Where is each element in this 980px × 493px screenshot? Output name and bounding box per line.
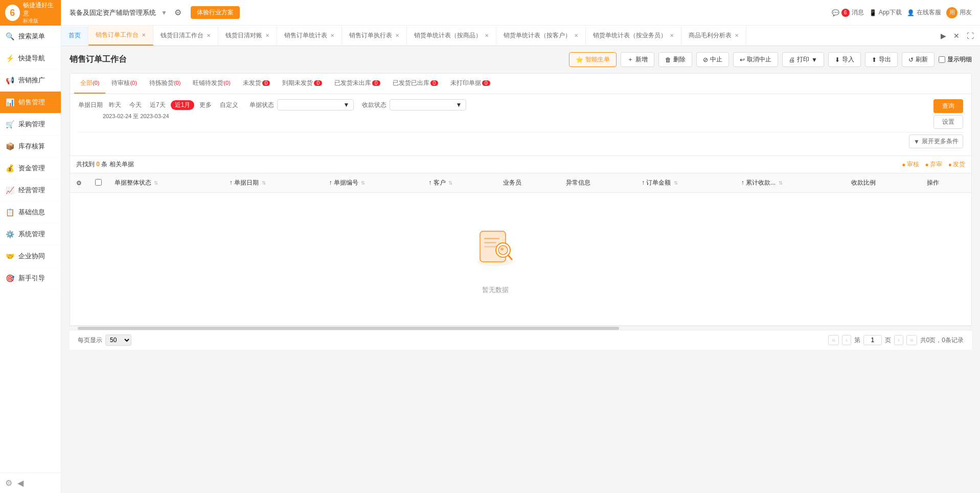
settings-bottom-icon[interactable]: ⚙	[5, 478, 12, 488]
message-action[interactable]: 💬 6 消息	[832, 8, 864, 17]
tab-sales-stats-by-customer[interactable]: 销货单统计表（按客户） ✕	[496, 26, 586, 45]
sidebar-item-guide[interactable]: 🎯 新手引导	[0, 267, 61, 289]
tab-close-sales-stats-by-product[interactable]: ✕	[485, 33, 489, 38]
filter-opt-yesterday[interactable]: 昨天	[106, 100, 124, 110]
operations-icon: 📈	[5, 186, 14, 195]
show-detail-toggle[interactable]: 显示明细	[939, 55, 972, 64]
sort-up-icon-5[interactable]: ↑	[741, 179, 744, 186]
sort-number-icon[interactable]: ⇅	[361, 180, 365, 186]
show-detail-checkbox[interactable]	[939, 56, 945, 63]
sidebar-item-marketing[interactable]: 📢 营销推广	[0, 70, 61, 92]
sub-tab-wangpu-pending-ship[interactable]: 旺铺待发货(0)	[187, 74, 236, 94]
sidebar-item-system[interactable]: ⚙️ 系统管理	[0, 223, 61, 245]
filter-opt-7days[interactable]: 近7天	[147, 100, 169, 110]
last-page-btn[interactable]: »	[906, 335, 917, 345]
sort-customer-icon[interactable]: ⇅	[448, 180, 452, 186]
tab-scroll-right-icon[interactable]: ▶	[939, 31, 948, 41]
sort-up-icon-2[interactable]: ↑	[329, 179, 332, 186]
tab-sales-order-workbench[interactable]: 销售订单工作台 ✕	[88, 26, 153, 46]
sidebar-item-quick-nav[interactable]: ⚡ 快捷导航	[0, 48, 61, 70]
sidebar-item-operations[interactable]: 📈 经营管理	[0, 180, 61, 201]
sub-tab-not-printed[interactable]: 未打印单据0	[444, 74, 496, 94]
set-btn[interactable]: 设置	[933, 115, 963, 129]
sort-up-icon-3[interactable]: ↑	[428, 179, 431, 186]
add-btn[interactable]: ＋ 新增	[621, 52, 654, 67]
sort-collected-icon[interactable]: ⇅	[779, 180, 783, 186]
tab-close-sales-stats-by-staff[interactable]: ✕	[670, 33, 674, 38]
user-action[interactable]: 用 用友	[946, 7, 972, 18]
tab-close-product-margin[interactable]: ✕	[735, 33, 739, 38]
tab-sales-stats-by-product[interactable]: 销货单统计表（按商品） ✕	[407, 26, 496, 45]
filter-opt-more[interactable]: 更多	[196, 100, 215, 110]
tab-cash-goods-reconcile[interactable]: 钱货日清对账 ✕	[218, 26, 277, 45]
import-btn[interactable]: ⬇ 导入	[828, 52, 861, 67]
app-download-action[interactable]: 📱 App下载	[869, 8, 902, 17]
tabbar: 首页 销售订单工作台 ✕ 钱货日清工作台 ✕ 钱货日清对账 ✕ 销售订单统计表 …	[61, 26, 980, 46]
tab-close-cash-daily-workbench[interactable]: ✕	[207, 33, 211, 38]
col-config[interactable]: ⚙	[70, 173, 88, 193]
tab-close-sales-stats-by-customer[interactable]: ✕	[574, 33, 578, 38]
tab-close-sales-order-exec[interactable]: ✕	[395, 33, 399, 38]
refresh-btn[interactable]: ↺ 刷新	[902, 52, 935, 67]
tab-close-sales-order-stats[interactable]: ✕	[330, 33, 334, 38]
sort-up-icon[interactable]: ↑	[230, 179, 233, 186]
tab-home[interactable]: 首页	[61, 26, 88, 45]
page-size-select[interactable]: 50 10 20 100	[105, 334, 131, 346]
sidebar-item-cooperation[interactable]: 🤝 企业协同	[0, 245, 61, 267]
filter-opt-today[interactable]: 今天	[126, 100, 145, 110]
ship-action-btn[interactable]: ● 发货	[948, 160, 965, 169]
sidebar-item-basic-info[interactable]: 📋 基础信息	[0, 201, 61, 223]
settings-icon[interactable]: ⚙	[174, 8, 181, 17]
filter-collection-select[interactable]: ▼	[390, 99, 466, 110]
tab-close-cash-goods-reconcile[interactable]: ✕	[265, 33, 269, 38]
prev-page-btn[interactable]: ‹	[842, 335, 851, 345]
tab-close-sales-order-workbench[interactable]: ✕	[142, 32, 146, 38]
sub-tab-shipped-not-out[interactable]: 已发货未出库0	[328, 74, 386, 94]
tab-fullscreen-icon[interactable]: ⛶	[965, 31, 976, 41]
sidebar-search[interactable]: 🔍 搜索菜单	[0, 26, 61, 48]
sort-status-icon[interactable]: ⇅	[154, 180, 158, 186]
cancel-review-action-btn[interactable]: ● 弃审	[925, 160, 942, 169]
delete-btn[interactable]: 🗑 删除	[658, 52, 692, 67]
sub-tab-pending-review[interactable]: 待审核(0)	[105, 74, 143, 94]
page-number-input[interactable]	[863, 335, 882, 345]
sidebar-item-sales[interactable]: 📊 销售管理	[0, 92, 61, 114]
query-btn[interactable]: 查询	[933, 99, 963, 113]
sidebar-item-inventory[interactable]: 📦 库存核算	[0, 136, 61, 158]
filter-opt-1month[interactable]: 近1月	[171, 100, 195, 110]
tab-sales-order-stats[interactable]: 销售订单统计表 ✕	[277, 26, 342, 45]
sub-tab-all[interactable]: 全部(0)	[74, 74, 105, 94]
sidebar-item-purchase[interactable]: 🛒 采购管理	[0, 114, 61, 136]
filter-status-select[interactable]: ▼	[277, 99, 354, 110]
first-page-btn[interactable]: «	[828, 335, 839, 345]
tab-product-margin[interactable]: 商品毛利分析表 ✕	[681, 26, 746, 45]
cancel-stop-btn[interactable]: ↩ 取消中止	[733, 52, 778, 67]
select-all-checkbox[interactable]	[95, 179, 102, 186]
dropdown-arrow-icon[interactable]: ▼	[161, 9, 167, 16]
trial-btn[interactable]: 体验行业方案	[191, 6, 240, 19]
export-btn[interactable]: ⬆ 导出	[865, 52, 898, 67]
next-page-btn[interactable]: ›	[894, 335, 903, 345]
sub-tab-pending-inspect[interactable]: 待拣验货(0)	[143, 74, 187, 94]
review-action-btn[interactable]: ● 审核	[902, 160, 919, 169]
print-btn[interactable]: 🖨 打印 ▼	[782, 52, 824, 67]
filter-opt-custom[interactable]: 自定义	[217, 100, 241, 110]
expand-conditions-btn[interactable]: ▼ 展开更多条件	[909, 135, 963, 148]
sub-tab-shipped-out[interactable]: 已发货已出库0	[386, 74, 445, 94]
tab-close-all-icon[interactable]: ✕	[951, 31, 962, 41]
smart-generate-btn[interactable]: ⭐ 智能生单	[569, 52, 617, 67]
collapse-sidebar-icon[interactable]: ◀	[17, 478, 24, 488]
online-service-action[interactable]: 👤 在线客服	[907, 8, 941, 17]
sub-tab-not-shipped[interactable]: 未发货0	[237, 74, 277, 94]
scrollbar-area[interactable]	[70, 326, 972, 330]
stop-btn[interactable]: ⊘ 中止	[696, 52, 729, 67]
tab-cash-daily-workbench[interactable]: 钱货日清工作台 ✕	[153, 26, 218, 45]
sort-date-icon[interactable]: ⇅	[262, 180, 266, 186]
tab-sales-stats-by-staff[interactable]: 销货单统计表（按业务员） ✕	[586, 26, 681, 45]
sidebar-item-finance[interactable]: 💰 资金管理	[0, 158, 61, 180]
col-checkbox-header[interactable]	[88, 173, 108, 193]
tab-sales-order-exec[interactable]: 销售订单执行表 ✕	[342, 26, 407, 45]
sub-tab-overdue-not-shipped[interactable]: 到期未发货0	[276, 74, 328, 94]
sort-amount-icon[interactable]: ⇅	[674, 180, 678, 186]
sort-up-icon-4[interactable]: ↑	[642, 179, 645, 186]
